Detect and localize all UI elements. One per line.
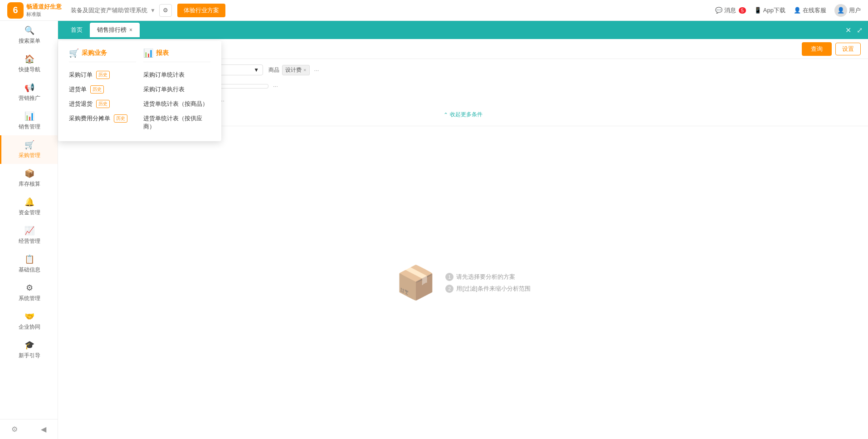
sidebar-label-sales: 销售管理 bbox=[19, 123, 40, 131]
goods-label: 商品 bbox=[268, 66, 279, 74]
sidebar-label-inventory: 库存核算 bbox=[19, 180, 40, 188]
empty-tip-2: 2 用[过滤]条件来缩小分析范围 bbox=[445, 285, 530, 293]
tab-close-icon[interactable]: × bbox=[129, 27, 132, 33]
sidebar-label-search: 搜索菜单 bbox=[19, 37, 40, 45]
settings-bottom-icon[interactable]: ⚙ bbox=[11, 425, 18, 434]
goods-filter: 商品 设计费 × ··· bbox=[268, 65, 321, 75]
sidebar: 🔍 搜索菜单 🏠 快捷导航 📢 营销推广 📊 销售管理 🛒 采购管理 📦 bbox=[0, 21, 58, 439]
dropdown-item-order-exec[interactable]: 采购订单执行表 bbox=[143, 82, 210, 97]
newbie-icon: 🎓 bbox=[24, 340, 34, 350]
dropdown-item-incoming[interactable]: 进货单 历史 bbox=[69, 82, 136, 97]
sidebar-label-enterprise: 企业协同 bbox=[19, 323, 40, 331]
empty-area: 📦 1 请先选择要分析的方案 2 用[过滤]条件来缩小分析范围 bbox=[58, 126, 868, 439]
sidebar-item-sales[interactable]: 📊 销售管理 bbox=[0, 107, 58, 135]
messages-label: 消息 bbox=[724, 6, 736, 15]
sidebar-item-finance[interactable]: 🔔 资金管理 bbox=[0, 192, 58, 221]
top-bar: 6 畅通道好生意 标准版 装备及固定资产辅助管理系统 ▼ ⚙ 体验行业方案 💬 … bbox=[0, 0, 868, 21]
phone-icon: 📱 bbox=[754, 7, 761, 14]
sales-icon: 📊 bbox=[24, 111, 34, 121]
online-service-button[interactable]: 👤 在线客服 bbox=[794, 6, 826, 15]
item-label-return: 进货退货 bbox=[69, 100, 93, 108]
query-button[interactable]: 查询 bbox=[802, 42, 832, 56]
sidebar-label-marketing: 营销推广 bbox=[19, 94, 40, 102]
toolbar-right: 查询 设置 bbox=[802, 42, 861, 56]
tab-close-all-icon[interactable]: ✕ bbox=[845, 26, 851, 35]
sidebar-item-quick[interactable]: 🏠 快捷导航 bbox=[0, 49, 58, 78]
dropdown-arrow-icon[interactable]: ▼ bbox=[150, 7, 156, 14]
collapse-label: 收起更多条件 bbox=[450, 111, 483, 118]
tab-home[interactable]: 首页 bbox=[63, 23, 90, 37]
empty-tip-1: 1 请先选择要分析的方案 bbox=[445, 273, 530, 281]
item-label-order-stats: 采购订单统计表 bbox=[143, 71, 185, 79]
sidebar-item-operations[interactable]: 📈 经营管理 bbox=[0, 221, 58, 250]
item-label-purchase-order: 采购订单 bbox=[69, 71, 93, 79]
sidebar-label-system: 系统管理 bbox=[19, 295, 40, 302]
sidebar-item-newbie[interactable]: 🎓 新手引导 bbox=[0, 335, 58, 364]
dropdown-grid: 🛒 采购业务 采购订单 历史 进货单 历史 进货退货 历史 采购费用分摊单 bbox=[65, 48, 214, 134]
dropdown-item-expense[interactable]: 采购费用分摊单 历史 bbox=[69, 111, 136, 126]
goods-more-btn[interactable]: ··· bbox=[314, 67, 319, 74]
set-button[interactable]: 设置 bbox=[835, 43, 861, 55]
sidebar-item-search[interactable]: 🔍 搜索菜单 bbox=[0, 21, 58, 49]
purchase-icon: 🛒 bbox=[24, 140, 34, 150]
finance-icon: 🔔 bbox=[24, 197, 34, 207]
logo-sub: 标准版 bbox=[26, 11, 62, 17]
app-download-button[interactable]: 📱 App下载 bbox=[754, 6, 785, 15]
dropdown-item-return[interactable]: 进货退货 历史 bbox=[69, 97, 136, 111]
purchase-dropdown-menu: 🛒 采购业务 采购订单 历史 进货单 历史 进货退货 历史 采购费用分摊单 bbox=[58, 41, 221, 141]
goods-tag-remove[interactable]: × bbox=[303, 67, 306, 73]
sidebar-item-inventory[interactable]: 📦 库存核算 bbox=[0, 164, 58, 192]
item-label-order-exec: 采购订单执行表 bbox=[143, 85, 185, 94]
sidebar-bottom: ⚙ ◀ bbox=[0, 419, 58, 439]
sidebar-item-marketing[interactable]: 📢 营销推广 bbox=[0, 78, 58, 107]
salesperson-more-btn[interactable]: ··· bbox=[273, 83, 278, 89]
item-label-incoming-goods: 进货单统计表（按商品） bbox=[143, 100, 208, 108]
tab-expand-icon[interactable]: ⤢ bbox=[857, 26, 863, 35]
goods-tag-value: 设计费 bbox=[285, 66, 302, 74]
logo-area: 6 畅通道好生意 标准版 bbox=[7, 2, 62, 19]
sidebar-label-operations: 经营管理 bbox=[19, 237, 40, 245]
sidebar-label-purchase: 采购管理 bbox=[19, 152, 40, 159]
dropdown-item-order-stats[interactable]: 采购订单统计表 bbox=[143, 68, 210, 82]
item-label-incoming-supplier: 进货单统计表（按供应商） bbox=[143, 114, 210, 131]
logo-main: 畅通道好生意 bbox=[26, 3, 62, 11]
user-label: 用户 bbox=[849, 6, 861, 15]
logo-text: 畅通道好生意 标准版 bbox=[26, 3, 62, 17]
system-icon: ⚙ bbox=[26, 283, 33, 293]
tip1-text: 请先选择要分析的方案 bbox=[456, 273, 515, 281]
online-service-label: 在线客服 bbox=[803, 6, 826, 15]
avatar: 👤 bbox=[834, 4, 847, 17]
tip2-text: 用[过滤]条件来缩小分析范围 bbox=[456, 285, 530, 293]
user-menu[interactable]: 👤 用户 bbox=[834, 4, 861, 17]
tip2-num: 2 bbox=[445, 285, 454, 293]
empty-content: 📦 1 请先选择要分析的方案 2 用[过滤]条件来缩小分析范围 bbox=[395, 263, 530, 302]
tab-sales-rank-label: 销售排行榜 bbox=[97, 26, 127, 34]
collapse-up-icon: ⌃ bbox=[444, 112, 448, 118]
sidebar-item-system[interactable]: ⚙ 系统管理 bbox=[0, 278, 58, 307]
gear-button[interactable]: ⚙ bbox=[159, 4, 172, 17]
dropdown-item-incoming-supplier[interactable]: 进货单统计表（按供应商） bbox=[143, 111, 210, 134]
sidebar-item-basic[interactable]: 📋 基础信息 bbox=[0, 250, 58, 278]
enterprise-icon: 🤝 bbox=[24, 311, 34, 321]
top-right: 💬 消息 5 📱 App下载 👤 在线客服 👤 用户 bbox=[715, 4, 861, 17]
report-col-header: 📊 报表 bbox=[143, 48, 210, 62]
service-icon: 👤 bbox=[794, 7, 801, 14]
dropdown-item-purchase-order[interactable]: 采购订单 历史 bbox=[69, 68, 136, 82]
message-badge: 5 bbox=[739, 7, 746, 14]
history-badge-1: 历史 bbox=[96, 71, 110, 79]
basic-icon: 📋 bbox=[24, 254, 34, 264]
dropdown-item-incoming-goods[interactable]: 进货单统计表（按商品） bbox=[143, 97, 210, 111]
sidebar-item-purchase[interactable]: 🛒 采购管理 bbox=[0, 135, 58, 164]
industry-button[interactable]: 体验行业方案 bbox=[177, 4, 225, 17]
tab-sales-rank[interactable]: 销售排行榜 × bbox=[90, 23, 140, 37]
app-download-label: App下载 bbox=[763, 6, 785, 15]
tip1-num: 1 bbox=[445, 273, 454, 281]
messages-button[interactable]: 💬 消息 5 bbox=[715, 6, 746, 15]
history-badge-4: 历史 bbox=[114, 114, 127, 123]
app-container: 6 畅通道好生意 标准版 装备及固定资产辅助管理系统 ▼ ⚙ 体验行业方案 💬 … bbox=[0, 0, 868, 439]
collapse-sidebar-icon[interactable]: ◀ bbox=[41, 425, 46, 434]
collapse-button[interactable]: ⌃ 收起更多条件 bbox=[444, 111, 483, 118]
search-icon: 🔍 bbox=[24, 25, 34, 35]
sidebar-item-enterprise[interactable]: 🤝 企业协同 bbox=[0, 307, 58, 335]
tab-bar: 首页 销售排行榜 × ✕ ⤢ bbox=[58, 21, 868, 39]
